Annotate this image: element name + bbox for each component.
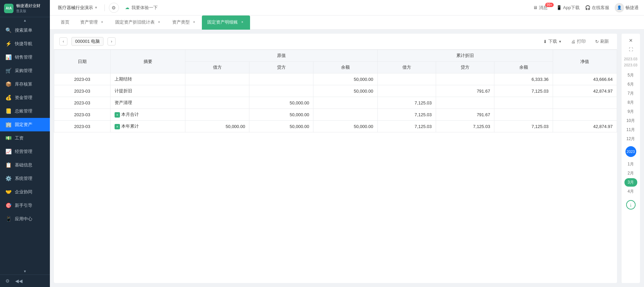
fixed-assets-icon: 🏢 <box>5 122 11 128</box>
sidebar-item-search[interactable]: 🔍 搜索菜单 <box>0 24 50 37</box>
sidebar-item-basic[interactable]: 📋 基础信息 <box>0 158 50 172</box>
table-row: 2023-03上期结转50,000.006,333.3643,666.64 <box>54 73 617 85</box>
tab-fixed-detail-close[interactable]: × <box>240 20 245 25</box>
tab-asset-type[interactable]: 资产类型 × <box>167 15 202 30</box>
timeline-close-btn[interactable]: ✕ <box>627 36 634 44</box>
sidebar-item-fixed-assets[interactable]: 🏢 固定资产 <box>0 118 50 131</box>
basic-icon: 📋 <box>5 162 11 168</box>
ledger-icon: 📒 <box>5 108 11 114</box>
tab-fixed-detail-label: 固定资产明细账 <box>207 19 238 25</box>
timeline-month-3-active[interactable]: 3月 <box>624 178 637 187</box>
timeline-month-11[interactable]: 11月 <box>624 126 637 134</box>
th-net-value: 净值 <box>553 50 617 73</box>
cloud-icon: ☁ <box>125 5 129 10</box>
sidebar-item-system[interactable]: ⚙️ 系统管理 <box>0 172 50 185</box>
tab-asset-type-close[interactable]: × <box>192 20 196 25</box>
quicknav-icon: ⚡ <box>5 41 11 47</box>
th-dep-credit: 贷方 <box>436 62 494 73</box>
th-date: 日期 <box>54 50 111 73</box>
timeline-header-1: 2023.03 <box>621 56 640 62</box>
company-selector[interactable]: 医疗器械行业演示 ▼ <box>55 3 100 12</box>
sidebar-item-ledger[interactable]: 📒 总账管理 <box>0 104 50 118</box>
funds-icon: 💰 <box>5 95 11 101</box>
sidebar: AtA 畅捷通好业财 普及版 ▲ 🔍 搜索菜单 ⚡ 快捷导航 📊 销售管理 🛒 … <box>0 0 50 287</box>
fixed-asset-table: 日期 摘要 原值 累计折旧 净值 借方 贷方 余额 借方 贷方 余额 <box>54 50 617 132</box>
system-icon: ⚙️ <box>5 176 11 182</box>
timeline-month-2[interactable]: 2月 <box>624 169 637 178</box>
main-area: 医疗器械行业演示 ▼ ⚙ ☁ 我要体验一下 🖥 消息 99+ 📱 App下载 🎧… <box>50 0 644 287</box>
table-wrapper: 日期 摘要 原值 累计折旧 净值 借方 贷方 余额 借方 贷方 余额 <box>54 50 617 283</box>
timeline-panel: ✕ ⛶ 2023.03 2023.03 5月 6月 7月 8月 9月 10月 1… <box>621 34 640 283</box>
sidebar-item-purchase[interactable]: 🛒 采购管理 <box>0 64 50 77</box>
tab-fixed-depreciation[interactable]: 固定资产折旧统计表 × <box>110 15 167 30</box>
timeline-month-12[interactable]: 12月 <box>624 135 637 143</box>
tab-home[interactable]: 首页 <box>55 15 75 30</box>
app-download-btn[interactable]: 📱 App下载 <box>556 5 580 11</box>
collapse-icon[interactable]: ◀◀ <box>15 278 23 284</box>
topbar: 医疗器械行业演示 ▼ ⚙ ☁ 我要体验一下 🖥 消息 99+ 📱 App下载 🎧… <box>50 0 644 15</box>
sidebar-item-sales[interactable]: 📊 销售管理 <box>0 51 50 64</box>
inventory-icon: 📦 <box>5 81 11 87</box>
print-icon: 🖨 <box>571 39 576 44</box>
timeline-month-4[interactable]: 4月 <box>624 187 637 196</box>
download-dropdown-icon: ▼ <box>558 40 562 43</box>
next-asset-btn[interactable]: › <box>108 37 116 45</box>
th-orig-debit: 借方 <box>185 62 249 73</box>
timeline-header-2: 2023.03 <box>621 62 640 68</box>
salary-icon: 💵 <box>5 135 11 141</box>
timeline-month-6[interactable]: 6月 <box>624 80 637 89</box>
asset-code-display: 000001 电脑 <box>71 37 103 46</box>
timeline-month-10[interactable]: 10月 <box>624 117 637 125</box>
sidebar-item-inventory[interactable]: 📦 库存核算 <box>0 77 50 91</box>
sidebar-bottom: ⚙ ◀◀ <box>0 275 50 287</box>
search-icon: 🔍 <box>5 27 11 33</box>
sidebar-item-app-center[interactable]: 📱 应用中心 <box>0 212 50 226</box>
online-service-btn[interactable]: 🎧 在线客服 <box>585 5 609 11</box>
topbar-right: 🖥 消息 99+ 📱 App下载 🎧 在线客服 👤 畅捷通 <box>530 3 639 12</box>
topbar-settings-btn[interactable]: ⚙ <box>109 3 119 13</box>
content-main: ‹ 000001 电脑 › ⬇ 下载 ▼ 🖨 打印 ↻ 刷新 <box>54 34 617 283</box>
timeline-month-1[interactable]: 1月 <box>624 160 637 168</box>
tab-asset-mgmt-close[interactable]: × <box>100 20 104 25</box>
refresh-btn[interactable]: ↻ 刷新 <box>592 37 612 46</box>
table-row: 2023-03资产清理50,000.007,125.03 <box>54 97 617 109</box>
settings-bottom-icon[interactable]: ⚙ <box>5 278 10 284</box>
timeline-month-8[interactable]: 8月 <box>624 98 637 107</box>
sidebar-item-enterprise[interactable]: 🤝 企业协同 <box>0 185 50 199</box>
table-row: 2023-03计提折旧50,000.00791.677,125.0342,874… <box>54 85 617 97</box>
notification-icon: 🖥 <box>533 5 538 10</box>
tab-asset-mgmt[interactable]: 资产管理 × <box>75 15 110 30</box>
notification-btn[interactable]: 🖥 消息 99+ <box>530 5 551 11</box>
timeline-month-9[interactable]: 9月 <box>624 107 637 116</box>
print-btn[interactable]: 🖨 打印 <box>569 37 588 46</box>
sidebar-item-ops[interactable]: 📈 经营管理 <box>0 145 50 158</box>
timeline-month-7[interactable]: 7月 <box>624 89 637 98</box>
user-info[interactable]: 👤 畅捷通 <box>615 3 639 12</box>
enterprise-icon: 🤝 <box>5 189 11 195</box>
timeline-nav-btn[interactable]: ↓ <box>626 200 636 210</box>
phone-icon: 📱 <box>556 5 562 10</box>
th-summary: 摘要 <box>110 50 185 73</box>
timeline-year-2023[interactable]: 2023 <box>625 146 636 157</box>
th-orig-balance: 余额 <box>313 62 377 73</box>
experience-btn[interactable]: ☁ 我要体验一下 <box>122 3 161 12</box>
tab-fixed-depreciation-close[interactable]: × <box>157 20 161 25</box>
sidebar-item-salary[interactable]: 💵 工资 <box>0 131 50 145</box>
tab-fixed-detail[interactable]: 固定资产明细账 × <box>202 15 250 30</box>
guide-icon: 🎯 <box>5 202 11 209</box>
app-center-icon: 📱 <box>5 216 11 222</box>
download-btn[interactable]: ⬇ 下载 ▼ <box>541 37 564 46</box>
sidebar-item-funds[interactable]: 💰 资金管理 <box>0 91 50 104</box>
ops-icon: 📈 <box>5 149 11 155</box>
sidebar-scroll-down[interactable]: ▼ <box>0 268 50 275</box>
sidebar-item-guide[interactable]: 🎯 新手引导 <box>0 199 50 212</box>
notification-badge: 99+ <box>545 3 554 7</box>
sidebar-scroll-up[interactable]: ▲ <box>0 17 50 24</box>
prev-asset-btn[interactable]: ‹ <box>59 37 67 45</box>
timeline-month-5[interactable]: 5月 <box>624 71 637 79</box>
timeline-expand-btn[interactable]: ⛶ <box>627 46 634 53</box>
content-toolbar: ‹ 000001 电脑 › ⬇ 下载 ▼ 🖨 打印 ↻ 刷新 <box>54 34 617 50</box>
sidebar-logo: AtA 畅捷通好业财 普及版 <box>0 0 50 17</box>
tab-asset-mgmt-label: 资产管理 <box>80 19 98 25</box>
sidebar-item-quicknav[interactable]: ⚡ 快捷导航 <box>0 37 50 51</box>
